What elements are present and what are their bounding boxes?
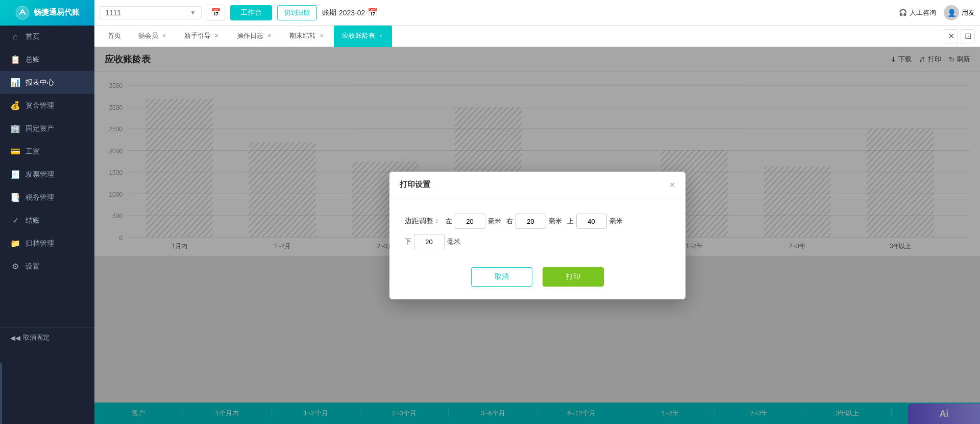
expand-tabs-button[interactable]: ⊡	[961, 29, 975, 43]
bottom-margin-input[interactable]	[414, 234, 445, 249]
tab-label-ar-aging: 应收账龄表	[342, 31, 375, 40]
fund-icon: 💰	[10, 101, 20, 110]
calendar-button[interactable]: 📅	[207, 5, 225, 21]
period-calendar-icon[interactable]: 📅	[368, 8, 378, 17]
sidebar-item-fund[interactable]: 💰资金管理	[0, 94, 94, 117]
modal-overlay: 打印设置 × 边距调整： 左 毫米 右	[94, 47, 980, 424]
right-label: 右	[506, 217, 513, 226]
sidebar-label-settings: 设置	[26, 262, 40, 271]
report-icon: 📊	[10, 78, 20, 87]
scroll-bar	[0, 363, 2, 424]
close-all-tabs-button[interactable]: ✕	[944, 29, 958, 43]
tab-oplog[interactable]: 操作日志×	[229, 26, 280, 47]
left-unit: 毫米	[488, 217, 501, 226]
dialog-footer: 取消 打印	[389, 260, 685, 299]
margin-left-group: 左 毫米	[446, 214, 501, 229]
margin-right-group: 右 毫米	[506, 214, 562, 229]
archive-icon: 📁	[10, 239, 20, 248]
sidebar-item-invoice[interactable]: 🧾发票管理	[0, 163, 94, 186]
asset-icon: 🏢	[10, 124, 20, 133]
calendar-icon: 📅	[211, 8, 221, 17]
avatar-icon: 👤	[947, 9, 956, 17]
sidebar-label-fund: 资金管理	[26, 101, 54, 110]
tabs-bar: 首页畅会员×新手引导×操作日志×期末结转×应收账龄表× ✕ ⊡	[94, 26, 980, 47]
page-content: 应收账龄表 ⬇ 下载 🖨 打印 ↻ 刷新	[94, 47, 980, 424]
sidebar-item-report[interactable]: 📊报表中心	[0, 71, 94, 94]
tab-close-guide[interactable]: ×	[214, 32, 219, 39]
tab-close-oplog[interactable]: ×	[266, 32, 272, 39]
tab-home[interactable]: 首页	[100, 26, 129, 47]
top-unit: 毫米	[609, 217, 623, 226]
sidebar-item-ledger[interactable]: 📋总账	[0, 48, 94, 71]
tab-member[interactable]: 畅会员×	[130, 26, 175, 47]
tab-close-period-end[interactable]: ×	[319, 32, 325, 39]
consult-label: 人工咨询	[910, 8, 936, 17]
sidebar-collapse-button[interactable]: ◀◀ 取消固定	[0, 327, 94, 347]
cancel-button[interactable]: 取消	[471, 267, 532, 287]
period-value: 2023-02	[339, 9, 365, 17]
top-margin-input[interactable]	[576, 214, 607, 229]
sidebar-item-checkout[interactable]: ✓结账	[0, 209, 94, 232]
print-confirm-button[interactable]: 打印	[543, 267, 604, 287]
logo: 畅捷通易代账	[0, 0, 94, 26]
tab-ar-aging[interactable]: 应收账龄表×	[334, 26, 392, 47]
sidebar-label-tax: 税务管理	[26, 193, 54, 202]
right-margin-input[interactable]	[516, 214, 546, 229]
invoice-icon: 🧾	[10, 170, 20, 179]
left-label: 左	[446, 217, 452, 226]
switch-version-button[interactable]: 切到旧版	[277, 5, 317, 20]
dialog-close-button[interactable]: ×	[670, 180, 675, 190]
sidebar-item-settings[interactable]: ⚙设置	[0, 255, 94, 278]
ledger-icon: 📋	[10, 55, 20, 64]
tab-label-member: 畅会员	[138, 31, 158, 40]
sidebar-label-ledger: 总账	[26, 55, 40, 64]
sidebar-label-report: 报表中心	[26, 78, 54, 87]
period-info: 账期 2023-02 📅	[322, 8, 378, 17]
sidebar-item-tax[interactable]: 📑税务管理	[0, 186, 94, 209]
bottom-label: 下	[405, 237, 411, 246]
user-area[interactable]: 👤 用友	[944, 5, 975, 20]
dialog-title: 打印设置	[400, 180, 430, 190]
consult-button[interactable]: 🎧 人工咨询	[899, 8, 936, 17]
home-icon: ⌂	[10, 32, 20, 41]
sidebar-label-salary: 工资	[26, 147, 40, 156]
salary-icon: 💳	[10, 147, 20, 156]
tab-close-member[interactable]: ×	[161, 32, 167, 39]
top-label: 上	[567, 217, 574, 226]
tab-period-end[interactable]: 期末结转×	[281, 26, 333, 47]
checkout-icon: ✓	[10, 216, 20, 225]
bottom-unit: 毫米	[447, 237, 460, 246]
sidebar-label-home: 首页	[26, 32, 40, 41]
sidebar: ⌂首页📋总账📊报表中心💰资金管理🏢固定资产💳工资🧾发票管理📑税务管理✓结账📁归档…	[0, 26, 94, 424]
settings-icon: ⚙	[10, 262, 20, 271]
sidebar-label-asset: 固定资产	[26, 124, 54, 133]
dialog-header: 打印设置 ×	[389, 172, 685, 198]
sidebar-item-salary[interactable]: 💳工资	[0, 140, 94, 163]
collapse-icon: ◀◀	[10, 334, 20, 342]
margin-top-group: 上 毫米	[567, 214, 623, 229]
sidebar-item-home[interactable]: ⌂首页	[0, 26, 94, 48]
right-unit: 毫米	[549, 217, 562, 226]
chevron-down-icon: ▼	[190, 9, 196, 16]
tab-label-guide: 新手引导	[184, 31, 211, 40]
sidebar-label-checkout: 结账	[26, 216, 40, 225]
workbench-button[interactable]: 工作台	[230, 5, 272, 20]
sidebar-label-invoice: 发票管理	[26, 170, 54, 179]
tab-label-home: 首页	[108, 31, 121, 40]
company-name: 1111	[105, 9, 187, 17]
margin-settings-row: 边距调整： 左 毫米 右 毫米	[405, 214, 670, 249]
margin-bottom-group: 下 毫米	[405, 234, 460, 249]
tab-guide[interactable]: 新手引导×	[176, 26, 228, 47]
tab-close-ar-aging[interactable]: ×	[378, 32, 384, 39]
sidebar-item-archive[interactable]: 📁归档管理	[0, 232, 94, 255]
left-margin-input[interactable]	[455, 214, 485, 229]
user-name: 用友	[962, 8, 975, 17]
margin-label: 边距调整：	[405, 217, 440, 226]
tab-label-period-end: 期末结转	[289, 31, 316, 40]
avatar: 👤	[944, 5, 959, 20]
period-label: 账期	[322, 8, 336, 17]
tab-label-oplog: 操作日志	[237, 31, 263, 40]
sidebar-label-archive: 归档管理	[26, 239, 54, 248]
sidebar-item-asset[interactable]: 🏢固定资产	[0, 117, 94, 140]
company-selector[interactable]: 1111 ▼	[100, 6, 202, 19]
